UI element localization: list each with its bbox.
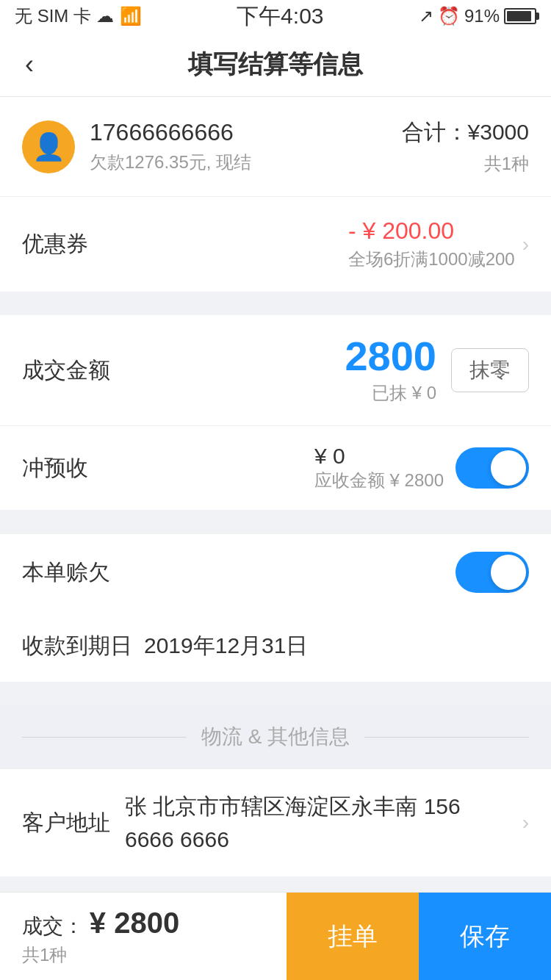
amount-row: 成交金额 2800 已抹 ¥ 0 抹零: [0, 315, 551, 425]
logistics-card: 物流 & 其他信息 客户地址 张 北京市市辖区海淀区永丰南 156 6666 6…: [0, 705, 551, 876]
prepay-sub: 应收金额 ¥ 2800: [314, 469, 444, 492]
total-count: 共1种: [402, 152, 529, 176]
save-button[interactable]: 保存: [419, 893, 551, 981]
bottom-deal-label: 成交：: [22, 915, 84, 937]
user-row: 👤 17666666666 欠款1276.35元, 现结 合计：¥3000 共1…: [0, 97, 551, 196]
avatar: 👤: [22, 120, 75, 173]
alarm-icon: ⏰: [438, 6, 460, 26]
user-total: 合计：¥3000 共1种: [402, 118, 529, 176]
back-button[interactable]: ‹: [18, 42, 41, 87]
user-debt: 欠款1276.35元, 现结: [90, 151, 402, 174]
user-phone: 17666666666: [90, 119, 402, 146]
deal-card: 成交金额 2800 已抹 ¥ 0 抹零 冲预收 ¥ 0 应收金额 ¥ 2800: [0, 315, 551, 510]
separator-1: [0, 303, 551, 315]
divider-line-right: [364, 737, 529, 738]
debt-toggle-knob: [491, 555, 526, 590]
prepay-row: 冲预收 ¥ 0 应收金额 ¥ 2800: [0, 425, 551, 510]
status-time: 下午4:03: [237, 1, 323, 32]
address-label: 客户地址: [22, 808, 110, 838]
logistics-divider: 物流 & 其他信息: [0, 705, 551, 768]
nav-bar: ‹ 填写结算等信息: [0, 32, 551, 97]
prepay-right: ¥ 0 应收金额 ¥ 2800: [314, 444, 529, 492]
divider-line-left: [22, 737, 187, 738]
user-info: 17666666666 欠款1276.35元, 现结: [90, 119, 402, 174]
bottom-summary: 成交： ¥ 2800 共1种: [0, 907, 287, 967]
prepay-label: 冲预收: [22, 453, 314, 483]
address-chevron-icon: ›: [522, 811, 529, 835]
status-bar: 无 SIM 卡 ☁ 📶 下午4:03 ↗ ⏰ 91%: [0, 0, 551, 32]
user-info-card: 👤 17666666666 欠款1276.35元, 现结 合计：¥3000 共1…: [0, 97, 551, 292]
coupon-discount: - ¥ 200.00: [348, 217, 515, 245]
sim-text: 无 SIM 卡 ☁: [15, 4, 114, 28]
deal-sub: 已抹 ¥ 0: [345, 381, 436, 405]
status-left: 无 SIM 卡 ☁ 📶: [15, 4, 142, 28]
debt-label: 本单赊欠: [22, 558, 455, 588]
round-button[interactable]: 抹零: [451, 348, 529, 392]
prepay-toggle[interactable]: [455, 447, 529, 489]
deal-label: 成交金额: [22, 356, 345, 386]
chevron-icon: ›: [522, 233, 529, 256]
prepay-amount: ¥ 0: [314, 444, 444, 469]
due-label: 收款到期日: [22, 631, 132, 661]
pending-button[interactable]: 挂单: [287, 893, 419, 981]
toggle-knob: [491, 450, 526, 486]
bottom-bar: 成交： ¥ 2800 共1种 挂单 保存: [0, 892, 551, 980]
debt-card: 本单赊欠 收款到期日 2019年12月31日: [0, 533, 551, 682]
separator-2: [0, 522, 551, 533]
debt-toggle[interactable]: [455, 552, 529, 593]
coupon-label: 优惠券: [22, 229, 348, 259]
page-title: 填写结算等信息: [188, 48, 363, 82]
debt-row: 本单赊欠: [0, 533, 551, 610]
due-date-value: 2019年12月31日: [144, 631, 308, 661]
wifi-icon: 📶: [120, 6, 142, 26]
status-right: ↗ ⏰ 91%: [419, 6, 536, 26]
deal-right: 2800 已抹 ¥ 0 抹零: [345, 336, 529, 405]
deal-value: 2800: [345, 336, 436, 377]
total-amount: 合计：¥3000: [402, 118, 529, 148]
address-row[interactable]: 客户地址 张 北京市市辖区海淀区永丰南 156 6666 6666 ›: [0, 768, 551, 876]
coupon-row[interactable]: 优惠券 - ¥ 200.00 全场6折满1000减200 ›: [0, 196, 551, 292]
location-icon: ↗: [419, 6, 433, 26]
coupon-right: - ¥ 200.00 全场6折满1000减200 ›: [348, 217, 529, 271]
bottom-count: 共1种: [22, 943, 264, 967]
bottom-deal-line: 成交： ¥ 2800: [22, 907, 264, 940]
battery-icon: [504, 8, 536, 24]
bottom-deal-amount: ¥ 2800: [90, 907, 179, 939]
coupon-desc: 全场6折满1000减200: [348, 248, 515, 271]
battery-percent: 91%: [464, 6, 500, 26]
due-date-row: 收款到期日 2019年12月31日: [0, 610, 551, 682]
separator-3: [0, 693, 551, 705]
address-value: 张 北京市市辖区海淀区永丰南 156 6666 6666: [125, 790, 508, 856]
logistics-title: 物流 & 其他信息: [201, 723, 350, 751]
